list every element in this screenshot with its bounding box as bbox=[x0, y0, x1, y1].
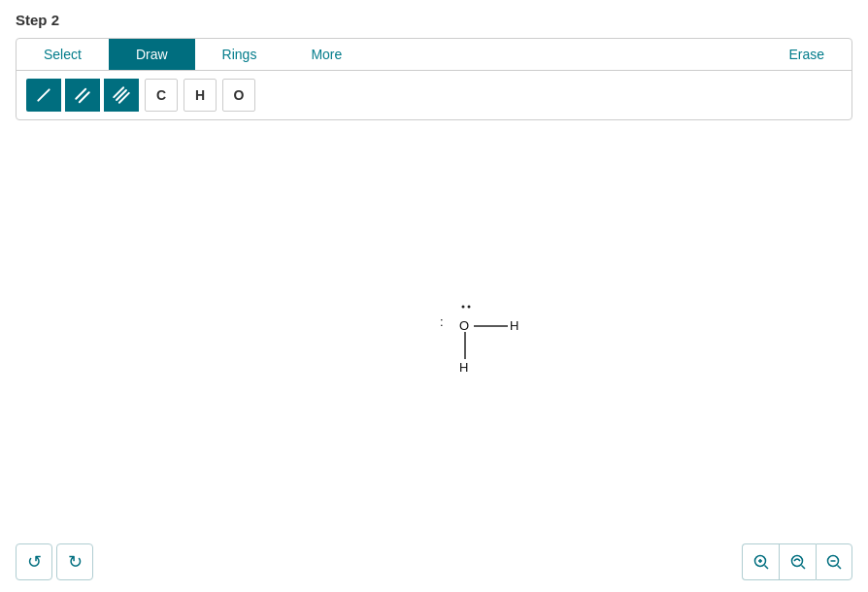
tab-erase[interactable]: Erase bbox=[761, 39, 851, 70]
tab-more[interactable]: More bbox=[284, 39, 369, 70]
tab-draw[interactable]: Draw bbox=[109, 39, 195, 70]
svg-text:H: H bbox=[510, 318, 518, 333]
step-title: Step 2 bbox=[16, 12, 852, 28]
svg-point-12 bbox=[791, 556, 802, 567]
bond-double-button[interactable] bbox=[65, 79, 100, 112]
zoom-reset-button[interactable] bbox=[779, 543, 816, 580]
triple-bond-icon bbox=[113, 86, 130, 104]
svg-text::: : bbox=[440, 314, 444, 329]
tools-row: C H O bbox=[17, 71, 851, 119]
zoom-out-button[interactable] bbox=[816, 543, 852, 580]
bond-single-button[interactable] bbox=[26, 79, 61, 112]
atom-c-button[interactable]: C bbox=[145, 79, 178, 112]
zoom-reset-icon bbox=[789, 553, 807, 571]
tabs-row: Select Draw Rings More Erase bbox=[17, 39, 851, 71]
svg-point-0 bbox=[462, 306, 465, 309]
undo-button[interactable]: ↺ bbox=[16, 543, 52, 580]
tab-select[interactable]: Select bbox=[17, 39, 109, 70]
svg-line-16 bbox=[838, 566, 842, 570]
tab-rings[interactable]: Rings bbox=[195, 39, 284, 70]
undo-redo-group: ↺ ↻ bbox=[16, 543, 93, 580]
zoom-out-icon bbox=[825, 553, 843, 571]
single-bond-icon bbox=[37, 88, 50, 102]
svg-line-11 bbox=[764, 566, 768, 570]
svg-text:H: H bbox=[459, 360, 468, 375]
atom-h-button[interactable]: H bbox=[184, 79, 217, 112]
redo-button[interactable]: ↻ bbox=[56, 543, 93, 580]
zoom-in-button[interactable] bbox=[742, 543, 779, 580]
svg-line-13 bbox=[801, 566, 805, 570]
atom-o-button[interactable]: O bbox=[222, 79, 255, 112]
bond-triple-button[interactable] bbox=[104, 79, 139, 112]
canvas-area[interactable]: O : H H bbox=[16, 120, 852, 536]
bottom-bar: ↺ ↻ bbox=[16, 536, 852, 580]
toolbar-container: Select Draw Rings More Erase bbox=[16, 38, 852, 120]
svg-point-1 bbox=[468, 306, 471, 309]
double-bond-icon bbox=[75, 87, 90, 103]
svg-text:O: O bbox=[459, 318, 469, 333]
molecule-drawing: O : H H bbox=[411, 280, 527, 377]
zoom-group bbox=[742, 543, 852, 580]
zoom-in-icon bbox=[752, 553, 770, 571]
